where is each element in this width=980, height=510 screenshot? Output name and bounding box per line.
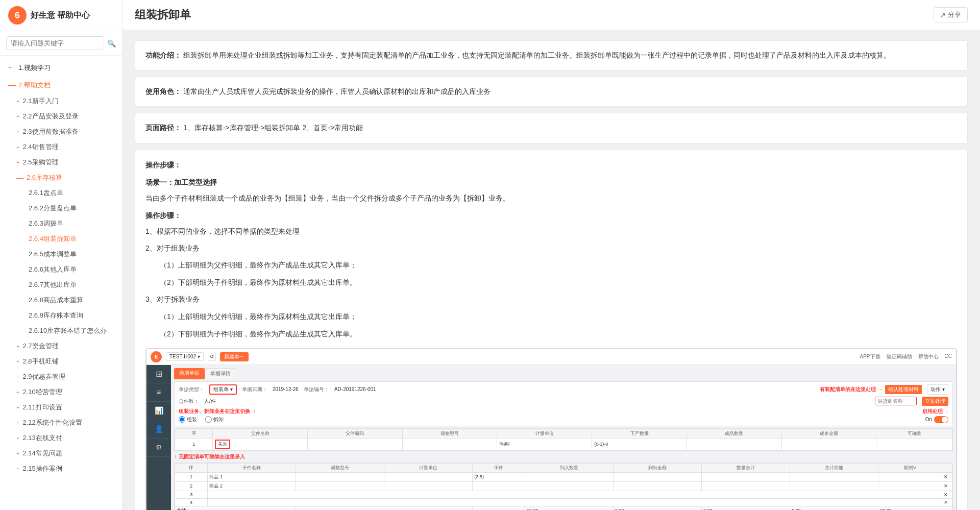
mock-upper-td-product <box>687 438 781 450</box>
sidebar-item-video[interactable]: + 1.视频学习 <box>0 60 122 76</box>
sidebar-item-newcomer[interactable]: + 2.1新手入门 <box>0 93 122 109</box>
mock-lower-th-seq: 序 <box>175 463 208 472</box>
sidebar-item-payment[interactable]: + 2.13在线支付 <box>0 430 122 446</box>
mock-lower-footer-out: 0.00 <box>614 506 702 510</box>
function-intro-text: 组装拆卸单用来处理企业组装或拆卸等加工业务，支持有固定装配清单的产品加工业务，也… <box>183 51 891 59</box>
mock-radio-assembly[interactable]: 组装 <box>179 416 197 423</box>
mock-lower-td1-seq: 1 <box>175 472 208 481</box>
mock-nav-icon-list: ≡ <box>146 383 171 402</box>
mock-action-btn[interactable]: 动作 ▾ <box>927 384 948 395</box>
mock-tab-new[interactable]: 新增单据 <box>174 368 205 379</box>
mock-field-row2: 总件数： 人/件 立案处理 <box>179 397 948 406</box>
mock-top-icons: APP下载 验证码辅助 帮助中心 CC <box>860 353 952 360</box>
sidebar-item-coupon[interactable]: + 2.9优惠券管理 <box>0 369 122 384</box>
screenshot-wrapper: 6 TEST-H002 ▾ ↺ 新建单一 APP下载 验证码辅助 帮助中心 CC <box>146 349 957 510</box>
mock-type-dropdown[interactable]: 组装单 ▾ <box>209 384 237 395</box>
mock-new-btn[interactable]: 新建单一 <box>220 352 249 361</box>
mock-lower-th-unit: 计量单位 <box>384 463 473 472</box>
scenario1-label: 场景一：加工类型选择 <box>145 178 217 186</box>
mock-upper-td-cost <box>781 438 876 450</box>
sidebar-item-data-prep[interactable]: + 2.3使用前数据准备 <box>0 124 122 139</box>
mock-confirm-btn[interactable]: 确认处理材料 <box>885 385 922 394</box>
mock-lower-row3: 3 ✕ <box>175 491 952 498</box>
mock-lower-td2-spec <box>296 481 384 491</box>
mock-toggle-area: 组装业务、拆卸业务在这里切换 ↑ 启用处理 ↓ <box>179 408 948 415</box>
sidebar-item-cases[interactable]: + 2.15操作案例 <box>0 461 122 476</box>
sidebar-item-mobile[interactable]: + 2.8手机旺铺 <box>0 354 122 369</box>
sidebar-item-stock-error[interactable]: 2.6.10库存账本错了怎么办 <box>10 323 122 338</box>
sidebar-item-inventory[interactable]: — 2.6库存核算 <box>0 170 122 185</box>
search-button[interactable]: 🔍 <box>107 39 116 47</box>
mock-radio-assembly-input[interactable] <box>179 416 185 423</box>
sidebar-item-cost-calc[interactable]: 2.6.8商品成本重算 <box>10 293 122 308</box>
mock-tab-detail[interactable]: 单据详情 <box>205 368 236 379</box>
mock-parent-name-input-box[interactable]: 关米 <box>215 440 230 449</box>
nav-section-docs: — 2.帮助文档 + 2.1新手入门 + 2.2产品安装及登录 + 2.3使用前… <box>0 77 122 476</box>
expand-icon: + <box>16 358 19 365</box>
mock-lower-th-name: 子件名称 <box>208 463 296 472</box>
mock-lower-tbody: 1 商品 1 (3.5) <box>175 472 952 510</box>
mock-arrow1: → <box>878 386 883 392</box>
sidebar-item-docs[interactable]: — 2.帮助文档 <box>0 77 122 93</box>
mock-lower-td1-total-fn <box>790 472 878 481</box>
mock-radio-disassembly-input[interactable] <box>205 416 212 423</box>
search-input[interactable] <box>6 36 104 50</box>
step3-sub1: （1）上部明细为父件明细，最终作为原材料生成其它出库单； <box>160 309 957 324</box>
sidebar-item-purchase[interactable]: + 2.5采购管理 <box>0 155 122 170</box>
expand-icon: + <box>16 113 19 119</box>
mock-th-spec: 规格型号 <box>402 429 497 438</box>
sidebar-item-stock-query[interactable]: 2.6.9库存账本查询 <box>10 308 122 323</box>
mock-lower-td4-empty <box>208 498 942 506</box>
mock-callout3-text: 启用处理 <box>922 408 943 415</box>
collapse-icon-docs: — <box>8 81 15 89</box>
mock-lower-td1-in <box>525 472 614 481</box>
sidebar: 6 好生意 帮助中心 🔍 + 1.视频学习 — 2.帮助文档 + 2.1新手入门 <box>0 0 122 510</box>
sidebar-item-finance[interactable]: + 2.7资金管理 <box>0 338 122 354</box>
mock-upper-td-down: (0-1)-0 <box>592 438 687 450</box>
sidebar-item-inventory-check[interactable]: 2.6.1盘点单 <box>10 185 122 201</box>
sidebar-item-other-out[interactable]: 2.6.7其他出库单 <box>10 277 122 293</box>
mock-lower-td2-init <box>878 481 942 491</box>
expand-icon: + <box>16 435 19 441</box>
sidebar-item-sales[interactable]: + 2.4销售管理 <box>0 139 122 155</box>
sidebar-item-ops[interactable]: + 2.10经营管理 <box>0 384 122 400</box>
role-card: 使用角色： 通常由生产人员或库管人员完成拆装业务的操作，库管人员确认原材料的出库… <box>135 77 968 107</box>
mock-main-area: 新增单据 单据详情 单据类型： 组装单 ▾ 单据日期： 201 <box>171 365 956 510</box>
mock-lower-td1-init <box>878 472 942 481</box>
mock-th-down-qty: 下产数量 <box>592 429 687 438</box>
expand-icon: + <box>16 98 19 104</box>
mock-supplier-input[interactable] <box>875 397 916 405</box>
sidebar-item-inventory-adjust[interactable]: 2.6.3调拨单 <box>10 216 122 231</box>
role-label: 使用角色： <box>145 87 181 95</box>
mock-no-value: AD-20191226-001 <box>334 386 376 392</box>
mock-lower-td2-in <box>525 481 614 491</box>
sidebar-item-other-in[interactable]: 2.6.6其他入库单 <box>10 262 122 277</box>
mock-form-area: 单据类型： 组装单 ▾ 单据日期： 2019-12-26 单据编号： AD-20… <box>174 381 953 426</box>
expand-icon: + <box>16 404 19 410</box>
mock-lower-td2-actions: ✕ <box>942 481 952 491</box>
step2: 2、对于组装业务 <box>145 241 957 255</box>
mock-radio-disassembly[interactable]: 拆卸 <box>205 416 224 423</box>
sidebar-item-custom[interactable]: + 2.12系统个性化设置 <box>0 415 122 430</box>
mock-lower-footer-spec <box>296 506 384 510</box>
sidebar-item-assembly[interactable]: 2.6.4组装拆卸单 <box>10 231 122 247</box>
mock-toggle-switch[interactable] <box>934 416 948 423</box>
share-icon: ↗ <box>940 11 946 19</box>
mock-callout4-text: 无固定清单可继续在这里录入 <box>179 453 245 460</box>
mock-upper-thead: 序 父件名称 父件编码 规格型号 计量单位 下产数量 成品数量 <box>175 429 952 438</box>
mock-date-value: 2019-12-26 <box>273 386 299 392</box>
sidebar-item-inventory-split[interactable]: 2.6.2分量盘点单 <box>10 201 122 216</box>
share-button[interactable]: ↗ 分享 <box>934 7 968 22</box>
mock-cc: CC <box>945 353 952 360</box>
sidebar-item-cost-adjust[interactable]: 2.6.5成本调整单 <box>10 247 122 262</box>
sidebar-item-install[interactable]: + 2.2产品安装及登录 <box>0 109 122 124</box>
mock-lower-footer-in: ¥0.00 <box>525 506 614 510</box>
ops-steps2-label: 操作步骤： <box>145 211 181 220</box>
mock-lower-td1-name: 商品 1 <box>208 472 296 481</box>
sidebar-item-print[interactable]: + 2.11打印设置 <box>0 400 122 415</box>
mock-process-btn[interactable]: 立案处理 <box>922 397 948 406</box>
mock-logo: 6 <box>151 351 162 362</box>
role-text: 通常由生产人员或库管人员完成拆装业务的操作，库管人员确认原材料的出库和产成品的入… <box>183 87 491 95</box>
mock-lower-td1-actions: ✕ <box>942 472 952 481</box>
sidebar-item-faq[interactable]: + 2.14常见问题 <box>0 446 122 461</box>
